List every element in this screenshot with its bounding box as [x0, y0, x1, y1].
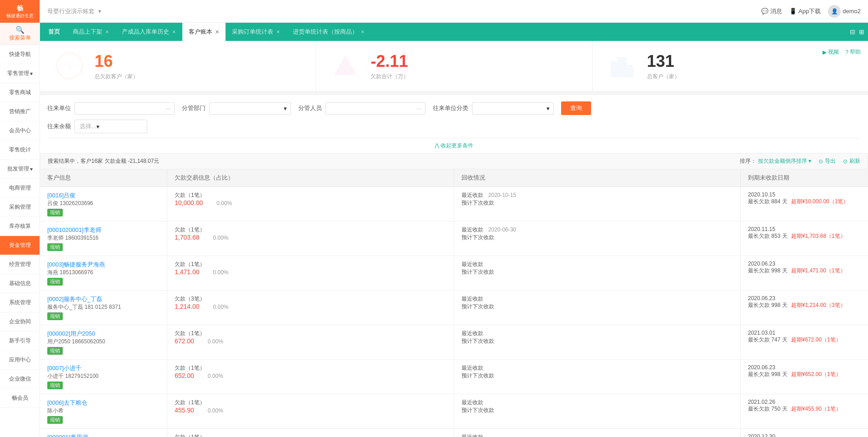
- stat-icon-2: [330, 50, 361, 82]
- tab-bar-actions: ⊟ ⊞: [850, 28, 868, 35]
- close-tab-product-instock[interactable]: ✕: [172, 29, 176, 35]
- collapse-bar[interactable]: ⋀ 收起更多条件: [47, 138, 861, 153]
- message-btn[interactable]: 💬 消息: [761, 7, 782, 15]
- sidebar-item-operations[interactable]: 经营管理: [0, 255, 40, 274]
- avatar-icon: 👤: [828, 5, 841, 18]
- sidebar-item-purchase[interactable]: 采购管理: [0, 198, 40, 217]
- video-help-btn[interactable]: ▶ 视频: [823, 48, 839, 56]
- stat-block-debt-total: -2.11 欠款合计（万）: [316, 41, 592, 91]
- sort-select[interactable]: 按欠款金额倒序排序 ▾: [758, 158, 811, 164]
- customer-name-link-6[interactable]: [0006]去下粮仓: [47, 399, 87, 406]
- overdue-link-3[interactable]: 超期¥1,214.00（3笔）: [791, 301, 846, 309]
- filter-item-manager: 分管人员 ···: [298, 102, 426, 115]
- customer-name-link-0[interactable]: [0016]吕俊: [47, 192, 75, 199]
- tab-product-instock[interactable]: 产成品入库单历史 ✕: [115, 23, 182, 41]
- svg-rect-4: [624, 65, 633, 77]
- stat-number-1: 16: [95, 52, 302, 71]
- sidebar-item-retail-stats[interactable]: 零售统计: [0, 141, 40, 160]
- export-btn[interactable]: ⊙ 导出: [818, 157, 836, 165]
- results-bar: 搜索结果中，客户16家 欠款金额 -21,148.07元 排序： 按欠款金额倒序…: [40, 153, 868, 169]
- user-avatar[interactable]: 👤 demo2: [828, 5, 861, 18]
- customer-name-link-4[interactable]: [000002]用户2050: [47, 330, 95, 337]
- close-tab-customer-account[interactable]: ✕: [215, 29, 219, 35]
- table-row: [0007]小进千 小进千 18279152100 现销 欠款（1笔） 652.…: [40, 360, 868, 394]
- customer-name-link-7[interactable]: [000001]黄思源: [47, 434, 88, 437]
- tab-product-offshelf[interactable]: 商品上下架 ✕: [66, 23, 115, 41]
- help-icon: ?: [845, 49, 848, 55]
- sidebar-item-basic-info[interactable]: 基础信息: [0, 274, 40, 293]
- sidebar-item-vip[interactable]: 畅会员: [0, 389, 40, 408]
- filter-row-2: 往来余额 选择... ▾: [47, 120, 861, 133]
- dropdown-arrow-icon[interactable]: ▾: [98, 8, 101, 15]
- filter-item-dept: 分管部门 ▾: [182, 102, 291, 115]
- close-tab-instock-stats[interactable]: ✕: [361, 29, 365, 35]
- td-due-date-5: 2020.06.23 最长欠款 998 天 超期¥652.00（1笔）: [741, 360, 868, 394]
- balance-select[interactable]: 选择... ▾: [75, 120, 147, 133]
- customer-name-link-3[interactable]: [0002]服务中心_丁磊: [47, 296, 102, 302]
- sidebar-item-retail-mgmt[interactable]: 零售管理▾: [0, 64, 40, 83]
- sidebar-item-batch-mgmt[interactable]: 批发管理▾: [0, 160, 40, 179]
- topbar: 母婴行业演示账套 ▾ 💬 消息 📱 App下载 👤 demo2: [40, 0, 868, 23]
- td-due-date-0: 2020.10.15 最长欠款 884 天 超期¥10,000.00（1笔）: [741, 187, 868, 221]
- collapse-icon: ⋀: [435, 142, 439, 149]
- customer-phone-6: 陈小希: [47, 407, 160, 415]
- dept-select[interactable]: ▾: [209, 102, 291, 115]
- sidebar-item-retail-mall[interactable]: 零售商城: [0, 83, 40, 102]
- tab-customer-account[interactable]: 客户账本 ✕: [182, 23, 226, 41]
- source-unit-dots-icon: ···: [166, 105, 171, 112]
- sidebar-item-member[interactable]: 会员中心: [0, 121, 40, 141]
- mobile-icon: 📱: [789, 8, 797, 15]
- td-customer-2: [0003]畅捷服务尹海燕 海燕 18513066976 现销: [40, 256, 167, 290]
- help-btn[interactable]: ? 帮助: [845, 48, 861, 56]
- td-collection-0: 最近收款 2020-10-15 预计下次收款: [454, 187, 741, 221]
- table-row: [0016]吕俊 吕俊 13026203696 现销 欠款（1笔） 10,000…: [40, 187, 868, 221]
- debt-ratio-4: 0.00%: [208, 338, 223, 345]
- manager-input[interactable]: ···: [326, 102, 426, 115]
- debt-amount-0: 10,000.00: [175, 199, 203, 206]
- table-row: [000001]黄思源 黄思源 13552700226 现销 欠款（1笔） 42…: [40, 429, 868, 437]
- sidebar-item-inventory[interactable]: 库存核算: [0, 217, 40, 236]
- maximize-window-icon[interactable]: ⊞: [859, 28, 864, 35]
- customer-phone-3: 服务中心_丁磊 181 0125 8371: [47, 303, 160, 311]
- sidebar-item-beginner[interactable]: 新手引导: [0, 332, 40, 351]
- overdue-link-4[interactable]: 超期¥672.00（1笔）: [791, 336, 841, 344]
- th-collection: 回收情况: [454, 169, 741, 186]
- tab-home[interactable]: 首页: [42, 23, 66, 41]
- filter-row-1: 往来单位 ··· 分管部门 ▾: [47, 101, 861, 115]
- minimize-windows-icon[interactable]: ⊟: [850, 28, 855, 35]
- sidebar-item-capital[interactable]: 资金管理: [0, 236, 40, 255]
- unit-category-select[interactable]: ▾: [472, 102, 554, 115]
- app-download-btn[interactable]: 📱 App下载: [789, 7, 821, 15]
- sidebar-item-marketing[interactable]: 营销推广: [0, 102, 40, 121]
- sidebar-item-quick-nav[interactable]: 快捷导航: [0, 45, 40, 64]
- topbar-right: 💬 消息 📱 App下载 👤 demo2: [761, 5, 861, 18]
- customer-name-link-5[interactable]: [0007]小进千: [47, 365, 81, 372]
- sidebar-item-enterprise-wechat[interactable]: 企业微信: [0, 370, 40, 389]
- table-row: [0002]服务中心_丁磊 服务中心_丁磊 181 0125 8371 现销 欠…: [40, 291, 868, 325]
- sidebar-item-app-center[interactable]: 应用中心: [0, 351, 40, 370]
- sidebar-item-ecommerce[interactable]: 电商管理: [0, 179, 40, 198]
- overdue-link-5[interactable]: 超期¥652.00（1笔）: [791, 371, 841, 378]
- close-tab-product-offshelf[interactable]: ✕: [105, 29, 109, 35]
- sidebar-item-system[interactable]: 系统管理: [0, 293, 40, 312]
- search-menu-item[interactable]: 🔍 搜索菜单: [0, 23, 40, 45]
- overdue-link-1[interactable]: 超期¥1,703.68（1笔）: [791, 232, 846, 240]
- overdue-link-6[interactable]: 超期¥455.90（1笔）: [791, 405, 841, 413]
- customer-name-link-2[interactable]: [0003]畅捷服务尹海燕: [47, 261, 105, 268]
- close-tab-purchase-order[interactable]: ✕: [276, 29, 280, 35]
- tab-purchase-order[interactable]: 采购订单统计表 ✕: [226, 23, 286, 41]
- sidebar-item-enterprise-coop[interactable]: 企业协同: [0, 312, 40, 332]
- customer-phone-4: 用户2050 18665062050: [47, 338, 160, 346]
- td-collection-5: 最近收款 预计下次收款: [454, 360, 741, 394]
- refresh-btn[interactable]: ⊙ 刷新: [843, 157, 860, 165]
- customer-name-link-1[interactable]: [0001020001]李老师: [47, 226, 101, 233]
- source-unit-input[interactable]: ···: [75, 102, 175, 115]
- stat-icon-3: [606, 50, 638, 82]
- tab-instock-stats[interactable]: 进货单统计表（按商品） ✕: [286, 23, 371, 41]
- debt-ratio-3: 0.00%: [213, 304, 229, 310]
- topbar-brand: 母婴行业演示账套 ▾: [47, 7, 101, 15]
- overdue-link-2[interactable]: 超期¥1,471.00（1笔）: [791, 267, 846, 275]
- stat-number-2: -2.11: [371, 52, 578, 71]
- search-button[interactable]: 查询: [561, 101, 591, 115]
- overdue-link-0[interactable]: 超期¥10,000.00（1笔）: [791, 198, 849, 206]
